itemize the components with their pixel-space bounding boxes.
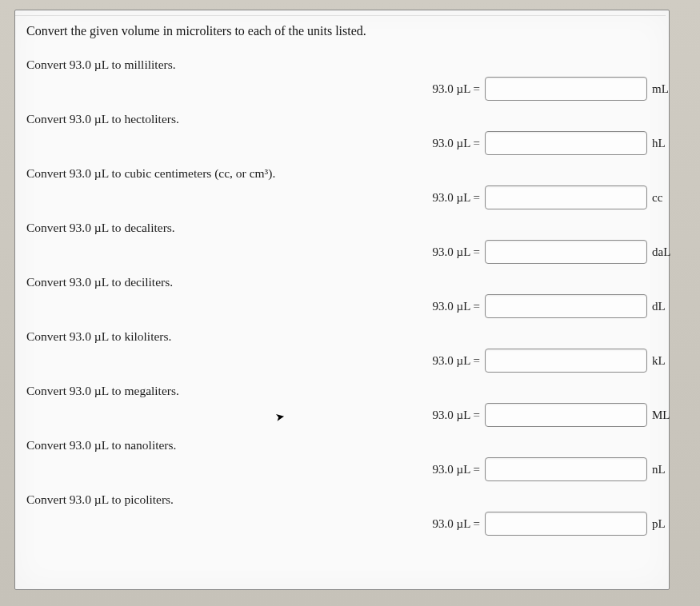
lhs-label: 93.0 µL = [422,517,480,531]
answer-row: 93.0 µL = nL [26,457,654,481]
unit-label: pL [652,517,676,531]
question-prompt: Convert 93.0 µL to milliliters. [26,58,654,72]
answer-input-cc[interactable] [485,185,647,209]
answer-row: 93.0 µL = kL [26,349,654,373]
questions-list: Convert 93.0 µL to milliliters. 93.0 µL … [26,58,654,536]
answer-input-dL[interactable] [485,294,647,318]
question-block: Convert 93.0 µL to kiloliters. 93.0 µL =… [26,329,654,373]
unit-label: ML [652,409,676,422]
question-prompt: Convert 93.0 µL to picoliters. [26,492,654,507]
lhs-label: 93.0 µL = [422,463,480,476]
answer-input-kL[interactable] [485,349,647,373]
unit-label: daL [652,245,676,259]
lhs-label: 93.0 µL = [422,409,480,422]
unit-label: nL [652,463,676,476]
content-panel: Convert the given volume in microliters … [14,10,670,590]
instruction-text: Convert the given volume in microliters … [26,24,654,38]
answer-row: 93.0 µL = pL [26,512,654,536]
answer-input-hL[interactable] [485,131,647,155]
question-block: Convert 93.0 µL to deciliters. 93.0 µL =… [26,275,654,318]
lhs-label: 93.0 µL = [422,245,480,259]
question-prompt: Convert 93.0 µL to kiloliters. [26,329,654,344]
question-block: Convert 93.0 µL to nanoliters. 93.0 µL =… [26,438,654,481]
answer-input-pL[interactable] [485,512,647,536]
question-block: Convert 93.0 µL to cubic centimeters (cc… [26,166,654,209]
lhs-label: 93.0 µL = [422,191,480,205]
question-block: Convert 93.0 µL to megaliters. 93.0 µL =… [26,384,654,427]
answer-input-ML[interactable] [485,403,647,427]
answer-row: 93.0 µL = mL [26,77,654,101]
question-prompt: Convert 93.0 µL to nanoliters. [26,438,654,453]
question-prompt: Convert 93.0 µL to decaliters. [26,221,654,235]
question-prompt: Convert 93.0 µL to megaliters. [26,384,654,398]
answer-row: 93.0 µL = cc [26,185,654,209]
question-block: Convert 93.0 µL to milliliters. 93.0 µL … [26,58,654,101]
question-block: Convert 93.0 µL to hectoliters. 93.0 µL … [26,112,654,155]
question-prompt: Convert 93.0 µL to deciliters. [26,275,654,289]
question-block: Convert 93.0 µL to decaliters. 93.0 µL =… [26,221,654,264]
unit-label: mL [652,82,676,96]
answer-row: 93.0 µL = dL [26,294,654,318]
unit-label: kL [652,354,676,368]
question-block: Convert 93.0 µL to picoliters. 93.0 µL =… [26,492,654,536]
unit-label: hL [652,137,676,150]
question-prompt: Convert 93.0 µL to cubic centimeters (cc… [26,166,654,181]
lhs-label: 93.0 µL = [422,354,480,368]
question-prompt: Convert 93.0 µL to hectoliters. [26,112,654,126]
lhs-label: 93.0 µL = [422,137,480,150]
answer-input-mL[interactable] [485,77,647,101]
answer-input-nL[interactable] [485,457,647,481]
lhs-label: 93.0 µL = [422,300,480,313]
screen-frame: Convert the given volume in microliters … [0,0,700,606]
answer-row: 93.0 µL = daL [26,240,654,264]
unit-label: dL [652,300,676,313]
divider [15,15,666,16]
answer-row: 93.0 µL = hL [26,131,654,155]
lhs-label: 93.0 µL = [422,82,480,96]
answer-input-daL[interactable] [485,240,647,264]
unit-label: cc [652,191,676,205]
answer-row: 93.0 µL = ML [26,403,654,427]
